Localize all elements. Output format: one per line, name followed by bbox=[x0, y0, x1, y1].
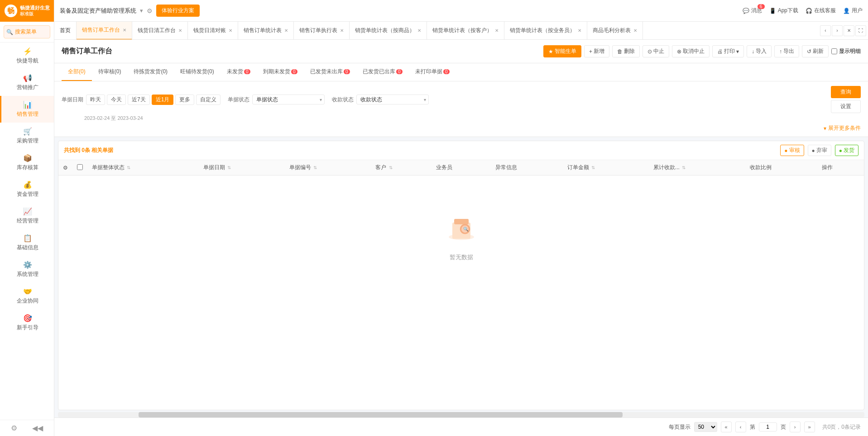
tab-nav-maximize[interactable]: ⛶ bbox=[855, 25, 866, 36]
sidebar-item-inventory[interactable]: 📦 库存核算 bbox=[0, 149, 54, 176]
tab-sales-stat[interactable]: 销售订单统计表 ✕ bbox=[238, 22, 294, 40]
sort-icon-number[interactable]: ⇅ bbox=[313, 165, 317, 170]
settings-button[interactable]: 设置 bbox=[831, 100, 861, 113]
tab-sales-workbench[interactable]: 销售订单工作台 ✕ bbox=[77, 22, 132, 40]
refresh-button[interactable]: ↺ 刷新 bbox=[802, 45, 829, 57]
settings-icon[interactable]: ⚙ bbox=[11, 424, 17, 432]
tab-sales-exec[interactable]: 销售订单执行表 ✕ bbox=[294, 22, 350, 40]
sort-icon-amount[interactable]: ⇅ bbox=[591, 165, 595, 170]
sidebar-item-purchase[interactable]: 🛒 采购管理 bbox=[0, 123, 54, 149]
add-button[interactable]: + 新增 bbox=[584, 45, 609, 57]
tab-cash-reconcile[interactable]: 钱货日清对账 ✕ bbox=[188, 22, 238, 40]
date-custom[interactable]: 自定义 bbox=[196, 95, 221, 105]
tab-nav-prev[interactable]: ‹ bbox=[820, 25, 831, 36]
sidebar-item-enterprise[interactable]: 🤝 企业协同 bbox=[0, 283, 54, 309]
scrollbar-thumb[interactable] bbox=[139, 412, 623, 417]
show-detail-label[interactable]: 显示明细 bbox=[831, 47, 861, 55]
search-menu-button[interactable]: 🔍 搜索菜单 bbox=[4, 25, 50, 38]
delete-button[interactable]: 🗑 删除 bbox=[612, 45, 640, 57]
tab-close-sales-stat-staff[interactable]: ✕ bbox=[578, 28, 581, 33]
not-shipped-badge: 0 bbox=[244, 69, 250, 74]
sidebar-item-quick-nav[interactable]: ⚡ 快捷导航 bbox=[0, 43, 54, 69]
tab-close-cash-daily[interactable]: ✕ bbox=[178, 28, 182, 33]
subtab-wangpu-pending[interactable]: 旺铺待发货(0) bbox=[174, 63, 221, 81]
th-checkbox[interactable] bbox=[72, 160, 87, 175]
online-service-action[interactable]: 🎧 在线客服 bbox=[806, 7, 836, 14]
sidebar-item-operations[interactable]: 📈 经营管理 bbox=[0, 203, 54, 229]
expand-conditions-button[interactable]: ▾ 展开更多条件 bbox=[824, 124, 861, 132]
sort-icon-customer[interactable]: ⇅ bbox=[389, 165, 393, 170]
tab-sales-stat-staff[interactable]: 销货单统计表（按业务员） ✕ bbox=[504, 22, 587, 40]
table-toolbar: 共找到 0条 相关单据 ● 审核 ● 弃审 ● 发货 bbox=[58, 141, 864, 160]
date-more[interactable]: 更多 bbox=[175, 95, 194, 105]
tab-close-sales-workbench[interactable]: ✕ bbox=[123, 28, 126, 33]
sort-icon-date[interactable]: ⇅ bbox=[227, 165, 231, 170]
next-page-button[interactable]: › bbox=[790, 422, 801, 432]
tab-gross-profit[interactable]: 商品毛利分析表 ✕ bbox=[587, 22, 643, 40]
user-action[interactable]: 👤 用户 bbox=[843, 7, 863, 14]
subtab-expired-not-shipped[interactable]: 到期未发货0 bbox=[257, 63, 304, 81]
date-yesterday[interactable]: 昨天 bbox=[86, 95, 105, 105]
th-number: 单据编号 ⇅ bbox=[285, 160, 371, 175]
dropdown-icon[interactable]: ▾ bbox=[140, 7, 143, 14]
tab-nav-close[interactable]: ✕ bbox=[844, 25, 854, 36]
subtab-pending-inspection[interactable]: 待拣货发货(0) bbox=[127, 63, 174, 81]
subtab-shipped-out[interactable]: 已发货已出库0 bbox=[356, 63, 409, 81]
sort-icon-accumulated[interactable]: ⇅ bbox=[682, 165, 686, 170]
tab-close-gross-profit[interactable]: ✕ bbox=[633, 28, 637, 33]
subtab-all[interactable]: 全部(0) bbox=[62, 63, 92, 81]
sidebar-item-basic-info[interactable]: 📋 基础信息 bbox=[0, 229, 54, 256]
app-download-action[interactable]: 📱 App下载 bbox=[769, 7, 798, 14]
subtab-not-shipped[interactable]: 未发货0 bbox=[221, 63, 257, 81]
date-7days[interactable]: 近7天 bbox=[128, 95, 150, 105]
industry-solution-button[interactable]: 体验行业方案 bbox=[156, 5, 200, 17]
subtab-shipped-not-out[interactable]: 已发货未出库0 bbox=[304, 63, 356, 81]
tab-close-sales-stat-customer[interactable]: ✕ bbox=[495, 28, 499, 33]
first-page-button[interactable]: « bbox=[721, 422, 732, 432]
tab-home[interactable]: 首页 bbox=[54, 22, 77, 40]
select-all-checkbox[interactable] bbox=[77, 164, 83, 170]
th-date: 单据日期 ⇅ bbox=[199, 160, 285, 175]
doc-status-select[interactable]: 单据状态 bbox=[252, 95, 325, 104]
import-button[interactable]: ↓ 导入 bbox=[747, 45, 772, 57]
th-settings[interactable]: ⚙ bbox=[58, 160, 72, 175]
date-today[interactable]: 今天 bbox=[107, 95, 126, 105]
tab-sales-stat-product[interactable]: 销货单统计表（按商品） ✕ bbox=[350, 22, 427, 40]
tab-close-sales-stat-product[interactable]: ✕ bbox=[417, 28, 421, 33]
tab-nav-next[interactable]: › bbox=[832, 25, 843, 36]
table-body: 🔍 暂无数据 bbox=[58, 175, 864, 298]
cancel-pause-button[interactable]: ⊗ 取消中止 bbox=[672, 45, 710, 57]
last-page-button[interactable]: » bbox=[804, 422, 815, 432]
message-action[interactable]: 💬 消息 6 bbox=[743, 7, 762, 14]
query-button[interactable]: 查询 bbox=[831, 86, 861, 98]
payment-status-select[interactable]: 收款状态 bbox=[356, 95, 429, 104]
subtab-pending-review[interactable]: 待审核(0) bbox=[92, 63, 128, 81]
date-1month[interactable]: 近1月 bbox=[152, 95, 174, 105]
gear-icon[interactable]: ⚙ bbox=[147, 7, 153, 14]
sidebar-item-marketing[interactable]: 📢 营销推广 bbox=[0, 69, 54, 96]
smart-create-button[interactable]: ★ 智能生单 bbox=[543, 45, 581, 57]
review-button[interactable]: ● 审核 bbox=[780, 145, 804, 156]
tab-sales-stat-customer[interactable]: 销货单统计表（按客户） ✕ bbox=[427, 22, 504, 40]
per-page-select[interactable]: 50 100 200 bbox=[694, 422, 717, 432]
tab-close-cash-reconcile[interactable]: ✕ bbox=[229, 28, 232, 33]
prev-page-button[interactable]: ‹ bbox=[735, 422, 746, 432]
horizontal-scrollbar[interactable] bbox=[58, 412, 864, 417]
print-button[interactable]: 🖨 打印 ▾ bbox=[712, 45, 744, 57]
cancel-review-button[interactable]: ● 弃审 bbox=[808, 145, 831, 156]
sidebar-item-guide[interactable]: 🎯 新手引导 bbox=[0, 309, 54, 336]
show-detail-checkbox[interactable] bbox=[831, 48, 837, 54]
sidebar-item-system[interactable]: ⚙️ 系统管理 bbox=[0, 256, 54, 283]
sidebar-item-sales[interactable]: 📊 销售管理 bbox=[0, 96, 54, 123]
page-input[interactable] bbox=[759, 422, 777, 431]
sort-icon-status[interactable]: ⇅ bbox=[127, 165, 130, 170]
tab-close-sales-exec[interactable]: ✕ bbox=[340, 28, 344, 33]
collapse-icon[interactable]: ◀◀ bbox=[32, 424, 43, 432]
tab-cash-daily[interactable]: 钱货日清工作台 ✕ bbox=[132, 22, 188, 40]
pause-button[interactable]: ⊙ 中止 bbox=[643, 45, 669, 57]
sidebar-item-finance[interactable]: 💰 资金管理 bbox=[0, 176, 54, 203]
tab-close-sales-stat[interactable]: ✕ bbox=[284, 28, 288, 33]
subtab-not-printed[interactable]: 未打印单据0 bbox=[409, 63, 456, 81]
export-button[interactable]: ↑ 导出 bbox=[774, 45, 799, 57]
deliver-button[interactable]: ● 发货 bbox=[835, 145, 858, 156]
